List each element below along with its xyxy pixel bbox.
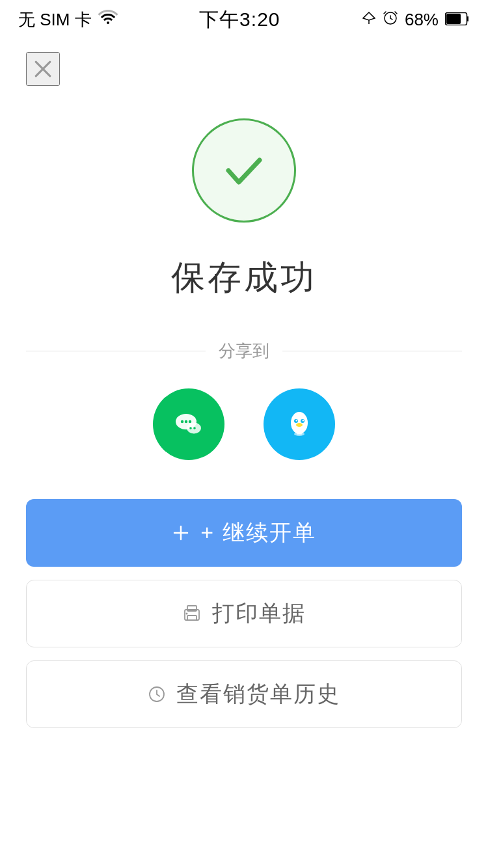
success-icon-circle — [192, 118, 296, 223]
status-right: 68% — [362, 10, 470, 30]
svg-point-10 — [189, 420, 191, 423]
share-wechat-button[interactable] — [153, 388, 224, 460]
share-divider: 分享到 — [26, 340, 462, 362]
close-button[interactable] — [26, 52, 60, 86]
svg-rect-28 — [187, 616, 197, 620]
history-button[interactable]: 查看销货单历史 — [26, 660, 462, 728]
svg-point-19 — [296, 420, 297, 421]
qq-icon — [280, 405, 319, 444]
svg-point-21 — [296, 423, 303, 427]
print-button[interactable]: 打印单据 — [26, 580, 462, 647]
action-buttons: + 继续开单 打印单据 查看销货单历史 — [26, 499, 462, 728]
print-icon — [182, 604, 202, 623]
share-qq-button[interactable] — [264, 388, 335, 460]
svg-point-16 — [302, 424, 307, 427]
battery-icon — [445, 10, 470, 30]
continue-label: + 继续开单 — [200, 518, 316, 548]
svg-point-20 — [303, 420, 304, 421]
svg-point-9 — [185, 420, 187, 423]
svg-point-8 — [181, 420, 183, 423]
plus-icon — [172, 524, 190, 542]
svg-point-12 — [189, 427, 192, 429]
wifi-icon — [98, 10, 118, 30]
continue-button[interactable]: + 继续开单 — [26, 499, 462, 567]
status-time: 下午3:20 — [199, 7, 280, 33]
sim-text: 无 SIM 卡 — [18, 8, 92, 31]
svg-point-29 — [186, 613, 188, 615]
battery-text: 68% — [405, 10, 439, 30]
success-title: 保存成功 — [171, 255, 317, 301]
status-left: 无 SIM 卡 — [18, 8, 118, 31]
history-label: 查看销货单历史 — [176, 679, 340, 709]
wechat-icon — [169, 405, 208, 444]
share-section: 分享到 — [26, 340, 462, 460]
alarm-icon — [383, 10, 398, 30]
share-icons — [26, 388, 462, 460]
share-label: 分享到 — [219, 340, 269, 362]
main-content: 保存成功 分享到 — [0, 39, 488, 868]
checkmark-icon — [218, 144, 270, 197]
print-label: 打印单据 — [212, 599, 306, 629]
clock-icon — [148, 685, 166, 703]
status-bar: 无 SIM 卡 下午3:20 68% — [0, 0, 488, 39]
svg-point-13 — [193, 427, 196, 429]
svg-point-15 — [291, 424, 297, 427]
svg-rect-3 — [446, 14, 461, 24]
location-icon — [362, 10, 376, 30]
svg-rect-23 — [297, 431, 302, 435]
